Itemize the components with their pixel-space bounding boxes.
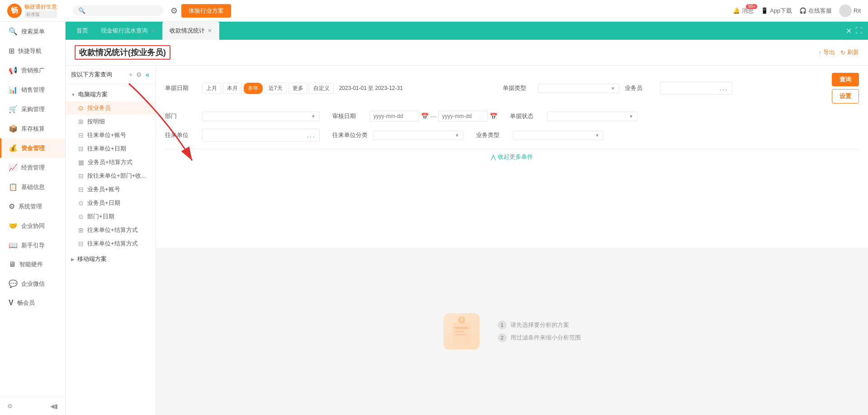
sidebar-settings-icon[interactable]: ⚙ [7, 403, 13, 410]
review-date-label: 审核日期 [332, 112, 364, 120]
tab-bank-flow-close[interactable]: ✕ [151, 28, 155, 34]
step-num-1: 1 [498, 321, 507, 330]
top-header: 畅 畅捷通好生意 标准版 🔍 ⚙ 体验行业方案 🔔 消息 99+ 📱 App下载… [0, 0, 868, 22]
doc-type-select[interactable]: ▼ [538, 84, 619, 93]
add-scheme-icon[interactable]: + [128, 70, 133, 79]
counterpart-cat-select[interactable]: ▼ [373, 131, 463, 140]
tree-item-counterpart-settle1[interactable]: ⊞ 往来单位+结算方式 [66, 223, 156, 237]
review-date-group: 📅 — 📅 [369, 111, 497, 122]
filter-row-counterpart: 往来单位 ... 往来单位分类 ▼ 业务类型 [165, 129, 859, 141]
tree-group-desktop-header[interactable]: ▼ 电脑端方案 [66, 88, 156, 101]
tab-home[interactable]: 首页 [71, 27, 94, 35]
sidebar-item-shortcut[interactable]: ⊞ 快捷导航 [0, 41, 65, 61]
sidebar-item-collab[interactable]: 🤝 企业协同 [0, 216, 65, 236]
scheme-settings-icon[interactable]: ⚙ [135, 70, 143, 79]
tree-item-counterpart-account[interactable]: ⊟ 往来单位+账号 [66, 128, 156, 142]
tree-item-salesperson-date[interactable]: ⊙ 业务员+日期 [66, 196, 156, 210]
dept-select[interactable]: ▼ [202, 112, 320, 121]
logo-icon: 畅 [7, 4, 22, 18]
salesperson-more-btn[interactable]: ... [719, 84, 728, 92]
tree-item-by-salesperson[interactable]: ⊙ 按业务员 [66, 101, 156, 115]
tree-group-mobile: ▶ 移动端方案 [66, 252, 156, 266]
sidebar-bottom: ⚙ ◀▮ [0, 397, 65, 415]
tree-item-salesperson-account[interactable]: ⊟ 业务员+账号 [66, 183, 156, 196]
sidebar-item-hardware[interactable]: 🖥 智能硬件 [0, 255, 65, 274]
tree-item-by-detail[interactable]: ⊞ 按明细 [66, 115, 156, 128]
header-search: 🔍 ⚙ 体验行业方案 [73, 4, 733, 18]
cal-to-icon: 📅 [490, 113, 497, 120]
query-btn[interactable]: 查询 [832, 73, 859, 86]
scheme-collapse-icon[interactable]: « [145, 70, 150, 79]
sidebar-item-member[interactable]: V 畅会员 [0, 293, 65, 312]
counterpart-more-btn[interactable]: ... [307, 131, 316, 139]
notification-btn[interactable]: 🔔 消息 99+ [733, 7, 754, 15]
svg-rect-3 [455, 331, 464, 332]
close-window-icon[interactable]: ✕ [846, 27, 852, 35]
maximize-window-icon[interactable]: ⛶ [855, 27, 863, 35]
tree-item-salesperson-settlement[interactable]: ▦ 业务员+结算方式 [66, 156, 156, 169]
tree-item-counterpart-dept[interactable]: ⊟ 按往来单位+部门+收... [66, 169, 156, 183]
collapse-icon: ⋀ [491, 154, 496, 160]
marketing-icon: 📢 [9, 66, 18, 75]
guide-icon: 📖 [9, 241, 18, 250]
date-btn-this-month[interactable]: 本月 [223, 83, 242, 94]
doc-status-select[interactable]: ▼ [547, 112, 637, 121]
biz-type-select[interactable]: ▼ [513, 131, 604, 140]
sidebar-item-marketing[interactable]: 📢 营销推广 [0, 61, 65, 80]
counterpart-dept-icon: ⊟ [78, 172, 84, 179]
svg-text:?: ? [460, 318, 463, 323]
step-num-2: 2 [498, 333, 507, 342]
bell-icon: 🔔 [733, 7, 740, 14]
date-btn-this-year[interactable]: 本年 [244, 83, 263, 94]
date-btn-custom[interactable]: 自定义 [309, 83, 334, 94]
date-buttons: 上月 本月 本年 近7天 更多 自定义 [202, 83, 334, 94]
user-avatar-area[interactable]: Rit [839, 5, 861, 17]
header-settings-icon[interactable]: ⚙ [170, 6, 178, 16]
sidebar-item-system[interactable]: ⚙ 系统管理 [0, 197, 65, 216]
tab-collection-stats[interactable]: 收款情况统计 ✕ [162, 22, 219, 40]
sidebar-item-wechat[interactable]: 💬 企业微信 [0, 274, 65, 293]
tree-item-counterpart-date[interactable]: ⊟ 往来单位+日期 [66, 142, 156, 156]
counterpart-select[interactable]: ... [202, 129, 320, 141]
refresh-btn[interactable]: ↻ 刷新 [840, 48, 859, 57]
sidebar-item-guide[interactable]: 📖 新手引导 [0, 236, 65, 255]
cal-from-icon: 📅 [421, 113, 429, 120]
empty-steps: 1 请先选择要分析的方案 2 用过滤条件来缩小分析范围 [498, 321, 581, 342]
tab-bank-flow[interactable]: 现金银行流水查询 ✕ [94, 22, 162, 40]
tree-item-dept-date[interactable]: ⊙ 部门+日期 [66, 210, 156, 223]
tree-group-mobile-header[interactable]: ▶ 移动端方案 [66, 252, 156, 266]
search-box[interactable]: 🔍 [73, 5, 163, 16]
active-item-icon: ⊙ [78, 104, 84, 112]
salesperson-select[interactable]: ... [660, 82, 732, 94]
sidebar-item-purchase[interactable]: 🛒 采购管理 [0, 99, 65, 119]
sidebar-item-inventory[interactable]: 📦 库存核算 [0, 119, 65, 138]
date-btn-7days[interactable]: 近7天 [264, 83, 287, 94]
salesperson-row: 业务员 ... [625, 82, 732, 94]
notif-badge: 99+ [746, 4, 757, 9]
online-service-btn[interactable]: 🎧 在线客服 [799, 7, 832, 15]
collapse-bar[interactable]: ⋀ 收起更多条件 [165, 149, 859, 165]
operations-icon: 📈 [9, 163, 18, 172]
tree-item-counterpart-settle2[interactable]: ⊟ 往来单位+结算方式 [66, 237, 156, 250]
counterpart-date-icon: ⊟ [78, 145, 84, 152]
date-btn-more[interactable]: 更多 [288, 83, 307, 94]
date-btn-last-month[interactable]: 上月 [202, 83, 221, 94]
content-area: 按以下方案查询 + ⚙ « ▼ 电脑端方案 [66, 66, 868, 415]
empty-state: ? 1 请先选择要分析的方案 2 用过滤条件来缩小分析范围 [156, 248, 868, 415]
tab-collection-stats-close[interactable]: ✕ [208, 28, 212, 34]
wechat-icon: 💬 [9, 279, 18, 288]
export-btn[interactable]: ↑ 导出 [819, 48, 835, 57]
review-date-from[interactable] [369, 111, 419, 122]
sidebar-item-search[interactable]: 🔍 搜索菜单 [0, 22, 65, 41]
settings-btn[interactable]: 设置 [832, 89, 859, 104]
sidebar-item-finance[interactable]: 💰 资金管理 [0, 138, 65, 158]
sidebar-item-basic-info[interactable]: 📋 基础信息 [0, 177, 65, 197]
sidebar-item-operations[interactable]: 📈 经营管理 [0, 158, 65, 177]
trial-btn[interactable]: 体验行业方案 [181, 4, 231, 18]
dept-date-icon: ⊙ [78, 213, 84, 220]
collab-icon: 🤝 [9, 222, 18, 230]
review-date-to[interactable] [438, 111, 488, 122]
sidebar-collapse-icon[interactable]: ◀▮ [50, 403, 58, 410]
app-download-btn[interactable]: 📱 App下载 [761, 7, 792, 15]
sidebar-item-sales[interactable]: 📊 销售管理 [0, 80, 65, 99]
